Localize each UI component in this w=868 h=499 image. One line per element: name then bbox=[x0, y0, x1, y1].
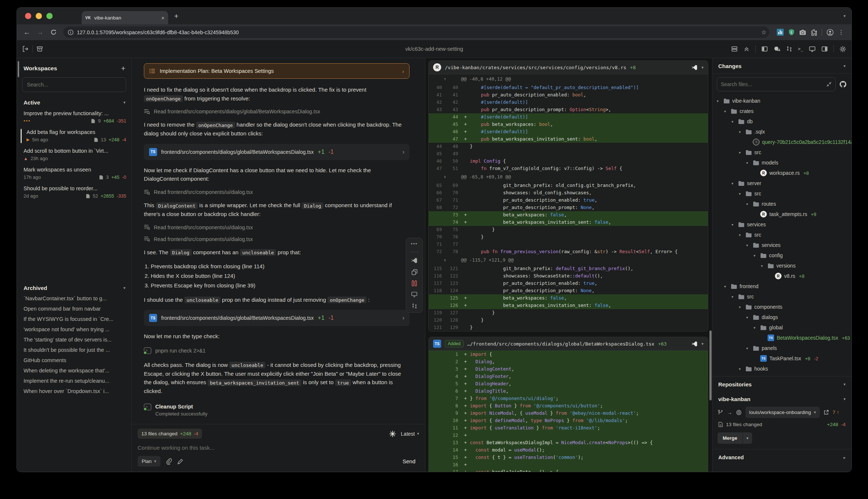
extension-shield-icon[interactable]: £ bbox=[788, 29, 795, 36]
version-dropdown[interactable]: Latest ▾ bbox=[401, 431, 419, 437]
diff-line[interactable]: 116122 showcases: ShowcaseState::default… bbox=[429, 272, 708, 280]
diff-line[interactable]: 45+ pub beta_workspaces: bool, bbox=[429, 121, 708, 128]
pause-icon[interactable] bbox=[412, 280, 417, 286]
diff-hunk-header[interactable]: ↕@@ -115,7 +121,9 @@ bbox=[429, 255, 708, 265]
url-text[interactable]: 127.0.0.1:57095/workspaces/c63c9fd6-dfb8… bbox=[77, 29, 758, 35]
edited-file-card[interactable]: TSfrontend/src/components/dialogs/global… bbox=[144, 310, 410, 326]
merge-button[interactable]: Merge bbox=[718, 432, 743, 444]
terminal-icon[interactable]: >_ bbox=[798, 46, 803, 52]
browser-tab[interactable]: VK vibe-kanban × bbox=[82, 11, 168, 24]
read-file-item[interactable]: Read frontend/src/components/ui/dialog.t… bbox=[144, 224, 410, 230]
shell-command-item[interactable]: >_pnpm run check 2>&1 bbox=[144, 347, 410, 354]
read-file-item[interactable]: Read frontend/src/components/ui/dialog.t… bbox=[144, 236, 410, 242]
tree-folder[interactable]: ▾vibe-kanban bbox=[712, 96, 851, 106]
edited-file-card[interactable]: TSfrontend/src/components/dialogs/global… bbox=[144, 144, 410, 160]
conversation-panel-icon[interactable] bbox=[773, 46, 780, 52]
repositories-header[interactable]: Repositories ▾ bbox=[712, 376, 851, 392]
attach-file-icon[interactable] bbox=[166, 458, 172, 465]
changes-section-header[interactable]: Changes ▾ bbox=[712, 58, 851, 74]
minimize-window-button[interactable] bbox=[36, 13, 42, 19]
diff-line[interactable]: 4448} bbox=[429, 143, 708, 150]
diff-line[interactable]: 13+const BetaWorkspacesDialogImpl = Nice… bbox=[429, 439, 708, 446]
diff-scrollbar[interactable] bbox=[709, 330, 712, 400]
tree-folder[interactable]: ▾global bbox=[712, 322, 851, 333]
diff-line[interactable]: 11+import { useTranslation } from 'react… bbox=[429, 424, 708, 432]
archived-workspace-item[interactable]: 'workspace not found' when trying ... bbox=[17, 324, 131, 335]
diff-line[interactable]: 121129} bbox=[429, 324, 708, 331]
diff-line[interactable]: 3+ DialogContent, bbox=[429, 365, 708, 373]
branch-dropdown[interactable]: louis/workspace-onboarding ▾ bbox=[745, 407, 820, 418]
github-icon[interactable] bbox=[839, 80, 847, 88]
tree-folder[interactable]: ▾components bbox=[712, 302, 851, 312]
expand-hunk-icon[interactable]: ↑ bbox=[429, 74, 461, 84]
archived-workspace-item[interactable]: It shouldn't be possible for just the ..… bbox=[17, 345, 131, 355]
archived-workspace-item[interactable]: Open command bar from navbar bbox=[17, 304, 131, 314]
archive-icon[interactable] bbox=[36, 46, 43, 52]
bookmark-star-icon[interactable]: ☆ bbox=[761, 29, 766, 36]
diff-line[interactable]: 6+ DialogTitle, bbox=[429, 387, 708, 395]
archived-workspace-item[interactable]: Implement the re-run setup/cleanu... bbox=[17, 376, 131, 386]
files-changed-chip[interactable]: 13 files changed +248 -4 bbox=[138, 429, 202, 439]
address-box[interactable]: 127.0.0.1:57095/workspaces/c63c9fd6-dfb8… bbox=[63, 26, 769, 38]
tree-folder[interactable]: ▾versions bbox=[712, 261, 851, 271]
diff-line[interactable]: 7278 pub fn from_previous_version(raw_co… bbox=[429, 248, 708, 255]
tree-folder[interactable]: ▾hooks bbox=[712, 364, 851, 374]
diff-line[interactable]: 4751 fn from_v7_config(old_config: v7::C… bbox=[429, 165, 708, 172]
diff-line[interactable]: 7177 bbox=[429, 241, 708, 248]
diff-line[interactable]: 1+import { bbox=[429, 351, 708, 358]
diff-line[interactable]: 117123 pr_auto_description_enabled: true… bbox=[429, 280, 708, 287]
extensions-puzzle-icon[interactable] bbox=[811, 29, 817, 36]
diff-line[interactable]: 6872 pr_auto_description_prompt: None, bbox=[429, 204, 708, 211]
file-search-input[interactable]: Search files... bbox=[717, 77, 836, 91]
diff-line[interactable]: 6771 pr_auto_description_enabled: true, bbox=[429, 197, 708, 204]
extension-chart-icon[interactable] bbox=[777, 29, 784, 36]
diff-line[interactable]: 9+import NiceModal, { useModal } from '@… bbox=[429, 410, 708, 417]
read-file-item[interactable]: Read frontend/src/components/ui/dialog.t… bbox=[144, 189, 410, 195]
tab-close-icon[interactable]: × bbox=[161, 15, 164, 21]
conversation-scroll-area[interactable]: Implementation Plan: Beta Workspaces Set… bbox=[132, 58, 425, 424]
diff-line[interactable]: 16+ bbox=[429, 461, 708, 468]
left-panel-toggle-icon[interactable] bbox=[761, 46, 768, 52]
maximize-window-button[interactable] bbox=[46, 13, 53, 19]
diff-line[interactable]: 4343 pub pr_auto_description_prompt: Opt… bbox=[429, 106, 708, 113]
diff-line[interactable]: 7+} from '@/components/ui/dialog'; bbox=[429, 395, 708, 402]
tree-folder[interactable]: ▾src bbox=[712, 230, 851, 240]
tree-folder[interactable]: ▾src bbox=[712, 147, 851, 158]
advanced-section[interactable]: Advanced ▸ bbox=[712, 449, 851, 466]
spark-icon[interactable] bbox=[389, 430, 396, 438]
diff-line[interactable]: 5+ DialogHeader, bbox=[429, 380, 708, 387]
active-section-header[interactable]: Active ▾ bbox=[17, 96, 131, 108]
tree-folder[interactable]: ▾panels bbox=[712, 343, 851, 353]
copy-icon[interactable] bbox=[411, 269, 418, 275]
archived-workspace-item[interactable]: When deleting the workspace that'... bbox=[17, 365, 131, 376]
repo-row[interactable]: vibe-kanban ▾ bbox=[712, 392, 851, 405]
workspace-item[interactable]: Improve the preview functionality: ...••… bbox=[17, 108, 131, 127]
diff-line[interactable]: 4141 pub pr_auto_description_enabled: bo… bbox=[429, 91, 708, 99]
message-input[interactable]: Continue working on this task... bbox=[132, 441, 425, 453]
diff-line[interactable]: 4242 #[serde(default)] bbox=[429, 99, 708, 106]
mode-dropdown[interactable]: Plan ▾ bbox=[138, 456, 160, 467]
tree-folder[interactable]: ▾services bbox=[712, 240, 851, 250]
diff-line[interactable]: 44+ #[serde(default)] bbox=[429, 113, 708, 121]
archived-workspace-item[interactable]: GitHub comments bbox=[17, 355, 131, 365]
merge-options-caret[interactable]: ▾ bbox=[743, 432, 752, 444]
browser-menu-icon[interactable]: ⋮ bbox=[838, 29, 844, 36]
tree-folder[interactable]: ▾frontend bbox=[712, 281, 851, 291]
diff-line[interactable]: 17+ const handleJoinBeta = () => { bbox=[429, 468, 708, 472]
collapse-tree-icon[interactable] bbox=[826, 82, 832, 87]
open-in-editor-icon[interactable] bbox=[691, 64, 698, 71]
read-file-item[interactable]: Read frontend/src/components/dialogs/glo… bbox=[144, 109, 410, 114]
workspace-item[interactable]: Add beta flag for workspaces▶5m ago13+24… bbox=[17, 127, 131, 145]
new-tab-button[interactable]: + bbox=[174, 12, 178, 21]
diff-line[interactable]: 125+ beta_workspaces: false, bbox=[429, 294, 708, 302]
rows-layout-icon[interactable] bbox=[731, 46, 738, 52]
workspace-item[interactable]: Should be possible to reorder...2d ago52… bbox=[17, 183, 131, 202]
exit-workspace-icon[interactable] bbox=[22, 46, 29, 52]
diff-line[interactable]: 126+ beta_workspaces_invitation_sent: fa… bbox=[429, 302, 708, 309]
diff-line[interactable]: 120128 } bbox=[429, 316, 708, 324]
tree-folder[interactable]: ▾dialogs bbox=[712, 312, 851, 322]
diff-line[interactable]: 46+ #[serde(default)] bbox=[429, 128, 708, 135]
diff-line[interactable]: 6569 git_branch_prefix: old_config.git_b… bbox=[429, 182, 708, 189]
open-in-editor-icon[interactable] bbox=[691, 341, 698, 347]
diff-hunk-header[interactable]: ↑@@ -40,8 +40,12 @@ bbox=[429, 74, 708, 84]
